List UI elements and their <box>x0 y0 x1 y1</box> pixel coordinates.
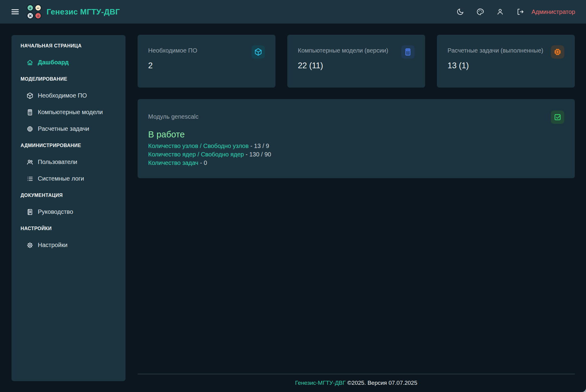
stat-card-tasks: Расчетные задачи (выполненные) 13 (1) <box>437 35 575 88</box>
logo-plus-icon: + <box>27 4 34 11</box>
sidebar-item-software[interactable]: Необходимое ПО <box>11 87 125 104</box>
nav-section-home: Начальная страница <box>11 37 125 54</box>
nav-section-modeling: Моделирование <box>11 71 125 87</box>
calculator-icon <box>26 109 34 116</box>
module-status-text: В работе <box>148 129 564 140</box>
footer-brand-link[interactable]: Генезис-МГТУ-ДВГ <box>295 380 346 386</box>
sidebar-item-label: Компьютерные модели <box>38 109 103 116</box>
module-card: Модуль genescalc В работе Количество узл… <box>138 99 575 178</box>
home-icon <box>26 59 34 66</box>
profile-button[interactable] <box>496 8 504 16</box>
book-icon <box>26 208 34 216</box>
stat-card-value: 2 <box>148 61 265 70</box>
sidebar: Начальная страница Дашбоард Моделировани… <box>11 35 125 381</box>
module-stat-jobs: Количество задач - 0 <box>148 159 564 167</box>
logout-button[interactable] <box>516 8 524 16</box>
sidebar-item-label: Пользователи <box>38 159 77 165</box>
sidebar-item-label: Настройки <box>38 242 67 249</box>
sidebar-item-dashboard[interactable]: Дашбоард <box>11 54 125 71</box>
module-stat-nodes: Количество узлов / Свободно узлов - 13 /… <box>148 142 564 150</box>
module-stats: Количество узлов / Свободно узлов - 13 /… <box>148 142 564 167</box>
stat-key: Количество узлов / Свободно узлов <box>148 143 249 149</box>
nav-section-admin: Администрирование <box>11 137 125 154</box>
sidebar-item-label: Системные логи <box>38 175 84 182</box>
stat-value: 13 / 9 <box>254 143 269 149</box>
moon-icon <box>456 8 464 16</box>
app-title: Генезис МГТУ-ДВГ <box>47 7 120 17</box>
logo-divide-icon: ÷ <box>34 12 42 19</box>
cpu-icon <box>551 45 564 59</box>
module-card-label: Модуль genescalc <box>148 113 564 120</box>
stat-card-value: 22 (11) <box>298 61 415 70</box>
check-square-icon <box>551 111 564 124</box>
sidebar-item-system-logs[interactable]: Системные логи <box>11 170 125 187</box>
calculator-icon <box>401 45 415 59</box>
stat-key: Количество ядер / Свободно ядер <box>148 151 244 158</box>
stat-card-value: 13 (1) <box>448 61 564 70</box>
menu-toggle-button[interactable] <box>10 7 20 17</box>
sidebar-item-settings[interactable]: Настройки <box>11 237 125 253</box>
sidebar-item-manual[interactable]: Руководство <box>11 204 125 220</box>
footer-divider <box>138 374 575 374</box>
stat-separator: - <box>200 159 202 166</box>
sidebar-item-tasks[interactable]: Расчетные задачи <box>11 120 125 137</box>
stat-card-models: Компьютерные модели (версии) 22 (11) <box>287 35 425 88</box>
sidebar-item-label: Дашбоард <box>38 59 69 66</box>
stat-card-label: Компьютерные модели (версии) <box>298 47 415 54</box>
stat-cards-row: Необходимое ПО 2 Компьютерные модели (ве… <box>138 35 575 88</box>
app-footer: Генезис-МГТУ-ДВГ ©2025. Версия 07.07.202… <box>138 380 575 386</box>
sidebar-item-label: Необходимое ПО <box>38 92 87 99</box>
sidebar-item-label: Расчетные задачи <box>38 125 89 132</box>
app-logo: + − ✕ ÷ <box>27 4 42 19</box>
cpu-icon <box>26 125 34 133</box>
logout-icon <box>516 8 524 16</box>
stat-separator: - <box>246 151 248 158</box>
gear-icon <box>26 242 34 249</box>
sidebar-item-models[interactable]: Компьютерные модели <box>11 104 125 120</box>
app-header: + − ✕ ÷ Генезис МГТУ-ДВГ <box>0 0 586 24</box>
hamburger-icon <box>11 7 20 16</box>
users-icon <box>26 159 34 166</box>
stat-card-label: Необходимое ПО <box>148 47 265 54</box>
person-icon <box>496 8 504 16</box>
module-stat-cores: Количество ядер / Свободно ядер - 130 / … <box>148 150 564 159</box>
stat-key: Количество задач <box>148 159 198 166</box>
stat-value: 0 <box>204 159 207 166</box>
list-icon <box>26 175 34 182</box>
palette-icon <box>476 8 484 16</box>
theme-toggle-button[interactable] <box>456 8 464 16</box>
stat-separator: - <box>250 143 252 149</box>
stat-card-software: Необходимое ПО 2 <box>138 35 275 88</box>
logo-multiply-icon: ✕ <box>27 12 34 19</box>
footer-copyright: ©2025. Версия 07.07.2025 <box>347 380 417 386</box>
sidebar-item-users[interactable]: Пользователи <box>11 154 125 170</box>
stat-value: 130 / 90 <box>249 151 271 158</box>
palette-button[interactable] <box>476 8 484 16</box>
nav-section-settings: Настройки <box>11 220 125 237</box>
cube-icon <box>26 92 34 99</box>
app-page: + − ✕ ÷ Генезис МГТУ-ДВГ <box>0 0 586 392</box>
user-role-label: Администратор <box>532 8 575 15</box>
stat-card-label: Расчетные задачи (выполненные) <box>448 47 564 54</box>
logo-minus-icon: − <box>34 4 42 11</box>
cube-icon <box>252 45 265 59</box>
nav-section-docs: Документация <box>11 187 125 204</box>
sidebar-item-label: Руководство <box>38 208 73 215</box>
